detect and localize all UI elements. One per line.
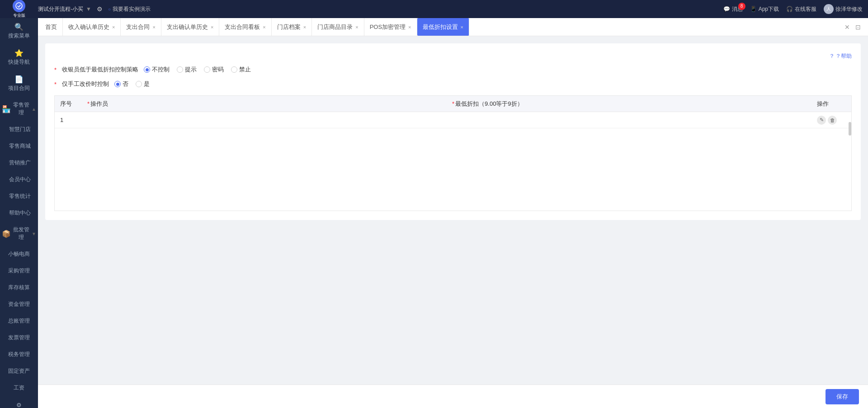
tab-actions: ✕ ⊡	[843, 23, 866, 32]
sidebar-item-ledger[interactable]: 总账管理	[0, 313, 38, 329]
row-action-buttons: ✎ 🗑	[817, 116, 837, 125]
tab-store-archive-label: 门店档案	[277, 23, 301, 31]
manual-control-required: *	[54, 81, 57, 88]
customer-service-button[interactable]: 🎧 在线客服	[786, 5, 816, 13]
sidebar-label-member: 会员中心	[9, 176, 31, 183]
tab-expense-history[interactable]: 支出确认单历史 ×	[161, 18, 219, 36]
sidebar-item-quicknav[interactable]: ⭐ 快捷导航	[0, 44, 38, 70]
sidebar-label-retail-stats: 零售统计	[9, 192, 31, 200]
sidebar-label-wholesale: 批发管理	[13, 226, 30, 241]
svg-point-0	[16, 3, 22, 9]
discount-required-mark: *	[452, 100, 454, 107]
messages-badge: 8	[738, 3, 745, 10]
tab-store-catalog-label: 门店商品目录	[317, 23, 353, 31]
demo-link[interactable]: 我要看实例演示	[108, 5, 151, 13]
option-forbid-radio[interactable]	[231, 66, 237, 73]
control-strategy-row: * 收银员低于最低折扣控制策略 不控制 提示 密码	[54, 66, 852, 74]
option-no-control-radio[interactable]	[144, 66, 150, 73]
sidebar-label-marketing: 营销推广	[9, 159, 31, 167]
option-no-radio[interactable]	[114, 81, 121, 87]
option-yes-label: 是	[144, 80, 150, 88]
tab-maximize-button[interactable]: ⊡	[854, 23, 863, 32]
tab-expense-contract-close[interactable]: ×	[152, 24, 155, 30]
sidebar-item-payroll[interactable]: 工资	[0, 380, 38, 396]
main-layout: 🔍 搜索菜单 ⭐ 快捷导航 📄 项目合同 🏪 零售管理 ▲ 智慧门店 零售商城 …	[0, 18, 868, 408]
tab-store-archive-close[interactable]: ×	[303, 24, 306, 30]
app-download-button[interactable]: 📱 App下载	[750, 5, 779, 13]
option-no-control[interactable]: 不控制	[144, 66, 170, 74]
option-forbid[interactable]: 禁止	[231, 66, 251, 74]
option-no-control-label: 不控制	[152, 66, 170, 74]
sidebar-item-retail-stats[interactable]: 零售统计	[0, 188, 38, 205]
sidebar-item-marketing[interactable]: 营销推广	[0, 155, 38, 171]
search-icon: 🔍	[14, 23, 24, 31]
sidebar-item-finance[interactable]: 资金管理	[0, 296, 38, 313]
col-operator-header: * 操作员	[82, 100, 447, 108]
tab-min-discount[interactable]: 最低折扣设置 ×	[417, 18, 469, 36]
settings-button[interactable]: ⚙	[97, 5, 103, 13]
sidebar-item-tax[interactable]: 税务管理	[0, 346, 38, 363]
sidebar-item-inventory[interactable]: 库存核算	[0, 279, 38, 296]
sidebar-item-search[interactable]: 🔍 搜索菜单	[0, 18, 38, 44]
scroll-thumb[interactable]	[849, 122, 851, 136]
tab-min-discount-close[interactable]: ×	[461, 24, 463, 30]
edit-button[interactable]: ✎	[817, 116, 826, 125]
wholesale-arrow-icon: ▼	[32, 231, 36, 236]
operator-required-mark: *	[87, 100, 90, 107]
sidebar-item-retail-mall[interactable]: 零售商城	[0, 138, 38, 155]
tab-pos-encrypt-close[interactable]: ×	[408, 24, 411, 30]
option-password-radio[interactable]	[204, 66, 210, 73]
tab-store-catalog[interactable]: 门店商品目录 ×	[312, 18, 364, 36]
tab-pos-encrypt-label: POS加密管理	[370, 23, 406, 31]
option-yes-radio[interactable]	[136, 81, 142, 87]
sidebar-label-smart-store: 智慧门店	[9, 126, 31, 133]
tab-expense-kanban-close[interactable]: ×	[263, 24, 265, 30]
option-no[interactable]: 否	[114, 80, 128, 88]
sidebar-item-fixed-assets[interactable]: 固定资产	[0, 363, 38, 380]
messages-button[interactable]: 💬 消息 8	[723, 5, 743, 13]
sidebar-item-member[interactable]: 会员中心	[0, 171, 38, 188]
sidebar-item-wholesale[interactable]: 📦 批发管理 ▼	[0, 221, 38, 246]
option-remind-radio[interactable]	[177, 66, 183, 73]
tab-expense-kanban[interactable]: 支出合同看板 ×	[219, 18, 271, 36]
sidebar-item-ecommerce[interactable]: 小畅电商	[0, 246, 38, 263]
tab-income-history-close[interactable]: ×	[112, 24, 115, 30]
save-button[interactable]: 保存	[826, 389, 859, 404]
tab-store-archive[interactable]: 门店档案 ×	[272, 18, 312, 36]
manual-control-options: 否 是	[114, 80, 150, 88]
tab-expense-contract[interactable]: 支出合同 ×	[121, 18, 161, 36]
sidebar-item-purchase[interactable]: 采购管理	[0, 263, 38, 279]
project-selector[interactable]: 测试分开流程-小买 ▼	[38, 5, 91, 13]
option-yes[interactable]: 是	[136, 80, 150, 88]
sidebar-item-contract[interactable]: 📄 项目合同	[0, 70, 38, 97]
sidebar-item-help[interactable]: 帮助中心	[0, 205, 38, 221]
top-bar: 专业版 测试分开流程-小买 ▼ ⚙ 我要看实例演示 💬 消息 8 📱 App下载…	[0, 0, 868, 18]
page-footer: 保存	[38, 385, 868, 408]
user-name: 徐泽华修改	[835, 5, 863, 13]
table-section: 序号 * 操作员 * 最低折扣（9.00等于9折） 操作	[54, 95, 852, 211]
sidebar-label-retail: 零售管理	[13, 101, 30, 117]
tab-income-history[interactable]: 收入确认单历史 ×	[63, 18, 121, 36]
sidebar-label-help: 帮助中心	[9, 209, 31, 217]
option-password[interactable]: 密码	[204, 66, 224, 74]
sidebar-label-fixed-assets: 固定资产	[8, 367, 30, 375]
help-link[interactable]: ？ ？帮助	[829, 52, 852, 60]
table-body: 1 ✎ 🗑	[54, 112, 852, 211]
delete-button[interactable]: 🗑	[828, 116, 837, 125]
control-strategy-label: 收银员低于最低折扣控制策略	[62, 66, 138, 74]
option-remind[interactable]: 提示	[177, 66, 197, 74]
user-profile-button[interactable]: 人 徐泽华修改	[824, 4, 863, 14]
tab-store-catalog-close[interactable]: ×	[355, 24, 358, 30]
sidebar-item-smart-store[interactable]: 智慧门店	[0, 121, 38, 138]
col-seq-header: 序号	[55, 100, 82, 108]
tab-expense-history-close[interactable]: ×	[211, 24, 213, 30]
tab-pos-encrypt[interactable]: POS加密管理 ×	[364, 18, 417, 36]
tab-close-button[interactable]: ✕	[843, 23, 852, 32]
option-password-label: 密码	[212, 66, 224, 74]
tab-min-discount-label: 最低折扣设置	[423, 23, 458, 31]
sidebar-gear-button[interactable]: ⚙	[0, 396, 38, 408]
sidebar-item-retail[interactable]: 🏪 零售管理 ▲	[0, 97, 38, 121]
sidebar-label-tax: 税务管理	[8, 351, 30, 358]
tab-home[interactable]: 首页	[40, 18, 63, 36]
sidebar-item-invoice[interactable]: 发票管理	[0, 329, 38, 346]
